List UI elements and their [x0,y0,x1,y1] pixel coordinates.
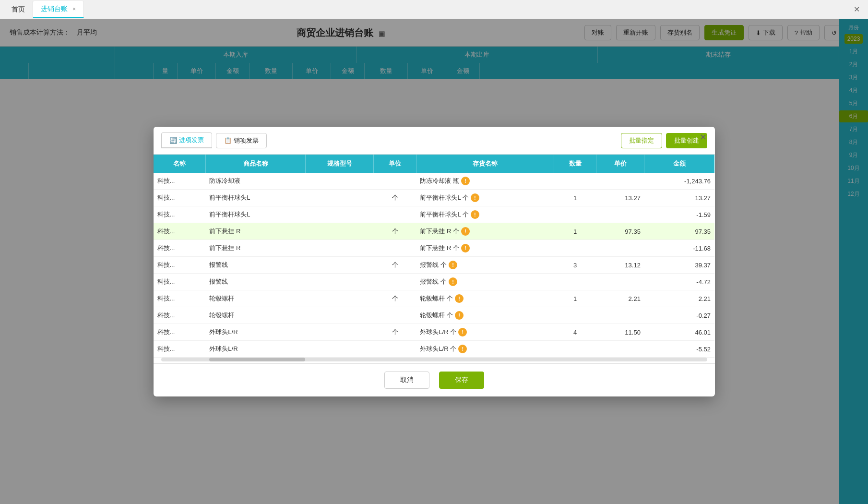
cell-price: 2.21 [596,290,644,307]
table-row: 科技...轮毂螺杆轮毂螺杆 个!-0.27 [154,307,715,324]
save-button[interactable]: 保存 [439,372,484,389]
warning-icon: ! [461,244,470,252]
th-inventory: 存货名称 [416,155,554,173]
cell-amount: 46.01 [644,324,714,341]
cell-quantity [554,341,596,358]
cell-unit [374,206,416,223]
cell-price [596,274,644,290]
cell-amount: 2.21 [644,290,714,307]
cell-product: 报警线 [205,274,305,290]
th-amount: 金额 [644,155,714,173]
cell-inventory: 前下悬挂 R 个! [416,223,554,240]
table-row: 科技...报警线报警线 个!-4.72 [154,274,715,290]
cell-amount: 39.37 [644,257,714,274]
table-container[interactable]: 名称 商品名称 规格型号 单位 存货名称 数量 单价 金额 科技... [154,155,715,358]
cell-product: 前下悬挂 R [205,240,305,257]
cell-inventory: 外球头L/R 个! [416,341,554,357]
cell-name: 科技... [154,240,206,257]
cell-quantity [554,274,596,290]
tab-close-icon[interactable]: × [72,6,76,12]
sales-tab-icon: 📋 [224,137,232,144]
cell-unit: 个 [374,324,416,341]
cell-name: 科技... [154,223,206,240]
cell-name: 科技... [154,290,206,307]
window-close-button[interactable]: ✕ [849,2,864,17]
cell-inventory: 轮毂螺杆 个! [416,307,554,324]
cell-price [596,206,644,223]
tab-bar: 首页 进销台账 × ✕ [0,0,868,19]
cell-price: 97.35 [596,223,644,240]
cell-price [596,341,644,358]
warning-icon: ! [455,294,464,303]
warning-icon: ! [461,177,470,185]
cell-inventory: 防冻冷却液 瓶! [416,173,554,189]
modal-close-button[interactable]: ✕ [698,132,709,143]
main-background: 销售成本计算方法： 月平均 商贸企业进销台账 ▣ 对账 重新开账 存货别名 生成… [0,19,868,504]
cell-quantity: 4 [554,324,596,341]
cell-product: 前下悬挂 R [205,223,305,240]
warning-icon: ! [449,261,457,269]
warning-icon: ! [461,227,470,236]
cell-quantity [554,307,596,324]
cell-quantity: 1 [554,223,596,240]
th-name: 名称 [154,155,206,173]
th-price: 单价 [596,155,644,173]
th-spec: 规格型号 [306,155,374,173]
table-row: 科技...外球头L/R外球头L/R 个!-5.52 [154,341,715,358]
tab-ledger[interactable]: 进销台账 × [33,1,84,18]
tab-purchase-invoice[interactable]: 🔄 进项发票 [161,132,212,148]
tab-home[interactable]: 首页 [4,1,33,18]
scrollbar-thumb[interactable] [209,358,305,361]
table-row: 科技...外球头L/R个外球头L/R 个!411.5046.01 [154,324,715,341]
cell-quantity [554,173,596,190]
cell-amount: -5.52 [644,341,714,358]
cell-spec [306,274,374,290]
modal-overlay: 🔄 进项发票 📋 销项发票 批量指定 批量创建 ✕ [0,19,868,504]
cell-amount: -1.59 [644,206,714,223]
cell-inventory: 报警线 个! [416,274,554,290]
cell-amount: -0.27 [644,307,714,324]
cell-spec [306,324,374,341]
modal-footer: 取消 保存 [154,363,715,396]
table-row: 科技...前下悬挂 R个前下悬挂 R 个!197.3597.35 [154,223,715,240]
table-row: 科技...前平衡杆球头L个前平衡杆球头L 个!113.2713.27 [154,190,715,206]
cell-product: 防冻冷却液 [205,173,305,190]
cell-spec [306,223,374,240]
modal-header: 🔄 进项发票 📋 销项发票 批量指定 批量创建 ✕ [154,127,715,155]
cell-spec [306,173,374,190]
cell-amount: 13.27 [644,190,714,206]
cell-quantity [554,206,596,223]
cell-quantity: 3 [554,257,596,274]
warning-icon: ! [458,345,467,353]
th-product: 商品名称 [205,155,305,173]
cell-price: 13.27 [596,190,644,206]
invoice-table: 名称 商品名称 规格型号 单位 存货名称 数量 单价 金额 科技... [154,155,715,358]
cell-name: 科技... [154,173,206,190]
tab-sales-invoice[interactable]: 📋 销项发票 [216,133,267,148]
cell-price [596,173,644,190]
cell-amount: -4.72 [644,274,714,290]
cell-amount: 97.35 [644,223,714,240]
cell-unit [374,240,416,257]
warning-icon: ! [471,210,479,219]
horizontal-scrollbar[interactable] [161,358,707,361]
table-row: 科技...防冻冷却液防冻冷却液 瓶!-1,243.76 [154,173,715,190]
th-unit: 单位 [374,155,416,173]
cell-unit: 个 [374,290,416,307]
cell-spec [306,290,374,307]
batch-assign-button[interactable]: 批量指定 [621,133,662,148]
cell-unit [374,274,416,290]
cell-unit [374,341,416,358]
cell-inventory: 轮毂螺杆 个! [416,290,554,307]
cell-price [596,240,644,257]
cell-inventory: 前平衡杆球头L 个! [416,206,554,223]
table-row: 科技...报警线个报警线 个!313.1239.37 [154,257,715,274]
cell-price: 11.50 [596,324,644,341]
modal-dialog: 🔄 进项发票 📋 销项发票 批量指定 批量创建 ✕ [154,127,715,396]
cell-product: 轮毂螺杆 [205,290,305,307]
cell-spec [306,307,374,324]
cell-product: 报警线 [205,257,305,274]
cancel-button[interactable]: 取消 [384,372,429,389]
table-row: 科技...轮毂螺杆个轮毂螺杆 个!12.212.21 [154,290,715,307]
purchase-tab-icon: 🔄 [169,137,177,144]
